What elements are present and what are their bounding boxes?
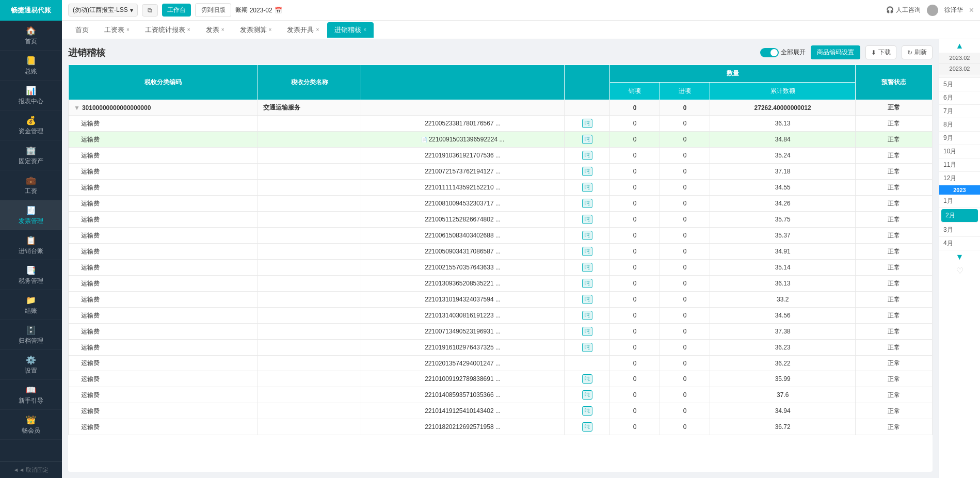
row-purchase: 0 — [660, 324, 710, 340]
tab-salary[interactable]: 工资表 × — [97, 22, 137, 38]
calendar-month-nov[interactable]: 11月 — [939, 158, 980, 172]
tab-invoice-calc[interactable]: 发票测算 × — [233, 22, 279, 38]
workbench-button[interactable]: 工作台 — [162, 4, 191, 17]
row-name — [258, 419, 361, 435]
sidebar-item-salary[interactable]: 💼 工资 — [0, 170, 62, 200]
row-purchase: 0 — [660, 260, 710, 276]
table-row[interactable]: 运输费📄22100915031396592224 ...吨0034.84正常 — [69, 132, 933, 148]
table-row[interactable]: 运输费22100721573762194127 ...吨0037.18正常 — [69, 164, 933, 180]
calendar-month-oct[interactable]: 10月 — [939, 145, 980, 158]
table-row[interactable]: 运输费22101916102976437325 ...吨0036.23正常 — [69, 340, 933, 356]
calendar-month-jul[interactable]: 7月 — [939, 105, 980, 118]
col-header-unit — [564, 65, 609, 100]
calendar-month-aug[interactable]: 8月 — [939, 118, 980, 132]
sidebar-item-invoice[interactable]: 🧾 发票管理 — [0, 200, 62, 230]
row-name: 交通运输服务 — [258, 100, 361, 116]
table-row[interactable]: 运输费22101314030816191223 ...吨0034.56正常 — [69, 308, 933, 324]
table-row[interactable]: 运输费22100615083403402688 ...吨0035.37正常 — [69, 228, 933, 244]
row-purchase: 0 — [660, 180, 710, 196]
refresh-button[interactable]: ↻ 刷新 — [902, 45, 933, 59]
toggle-label: 全部展开 — [781, 48, 806, 57]
calendar-month-sep[interactable]: 9月 — [939, 132, 980, 145]
tab-reconcile[interactable]: 进销稽核 × — [327, 22, 374, 38]
row-status: 正常 — [856, 260, 933, 276]
tab-invoice-issue[interactable]: 发票开具 × — [280, 22, 326, 38]
toggle-switch[interactable] — [760, 48, 779, 57]
prev-version-button[interactable]: 切到旧版 — [195, 3, 231, 17]
row-name — [258, 116, 361, 132]
support-button[interactable]: 🎧 人工咨询 — [886, 6, 920, 14]
period-value: 2023-02 — [250, 7, 272, 14]
table-row[interactable]: 运输费22100215570357643633 ...吨0035.14正常 — [69, 260, 933, 276]
tab-invoice-close[interactable]: × — [221, 27, 224, 33]
table-row[interactable]: 运输费22100713490523196931 ...吨0037.38正常 — [69, 324, 933, 340]
table-row[interactable]: 运输费22101820212692571958 ...吨0036.72正常 — [69, 419, 933, 435]
sidebar: 畅捷通易代账 🏠 首页 📒 总账 📊 报表中心 💰 资金管理 🏢 固定资产 💼 … — [0, 0, 62, 478]
sidebar-item-purchase-ledger[interactable]: 📋 进销台账 — [0, 230, 62, 260]
calendar-year-label-1: 2023.02 — [939, 53, 980, 63]
table-row[interactable]: 运输费22100810094532303717 ...吨0034.26正常 — [69, 196, 933, 212]
tab-home[interactable]: 首页 — [68, 22, 96, 38]
sidebar-item-settings[interactable]: ⚙️ 设置 — [0, 350, 62, 380]
refresh-label: 刷新 — [914, 48, 927, 57]
table-row[interactable]: 运输费22101310194324037594 ...吨0033.2正常 — [69, 292, 933, 308]
company-selector[interactable]: (勿动)江西报宝-LSS ▾ — [68, 4, 138, 17]
row-invoice-id: 22101009192789838691 ... — [361, 371, 565, 387]
sidebar-item-assets[interactable]: 🏢 固定资产 — [0, 140, 62, 170]
table-row[interactable]: 运输费22101408593571035366 ...吨0037.6正常 — [69, 387, 933, 403]
table-row[interactable]: 运输费22100509034317086587 ...吨0034.91正常 — [69, 244, 933, 260]
sidebar-item-member[interactable]: 👑 畅会员 — [0, 410, 62, 440]
sidebar-item-closing[interactable]: 📁 结账 — [0, 290, 62, 320]
tab-invoice-calc-close[interactable]: × — [269, 27, 272, 33]
calendar-month-apr-2023[interactable]: 4月 — [939, 237, 980, 250]
calendar-month-dec[interactable]: 12月 — [939, 172, 980, 185]
sidebar-item-funds[interactable]: 💰 资金管理 — [0, 110, 62, 140]
calendar-down-button[interactable]: ▼ — [939, 250, 980, 264]
calendar-month-may[interactable]: 5月 — [939, 78, 980, 91]
row-purchase: 0 — [660, 212, 710, 228]
copy-button[interactable]: ⧉ — [142, 4, 158, 17]
table-row[interactable]: 运输费22101309365208535221 ...吨0036.13正常 — [69, 276, 933, 292]
calendar-month-jun[interactable]: 6月 — [939, 91, 980, 105]
table-row[interactable]: ▼30100000000000000000交通运输服务0027262.40000… — [69, 100, 933, 116]
table-row[interactable]: 运输费22100511252826674802 ...吨0035.75正常 — [69, 212, 933, 228]
sidebar-item-tax[interactable]: 📑 税务管理 — [0, 260, 62, 290]
page-header: 进销稽核 全部展开 商品编码设置 ⬇ 下载 ↻ 刷新 — [68, 45, 933, 59]
row-status: 正常 — [856, 403, 933, 419]
goods-setting-button[interactable]: 商品编码设置 — [811, 45, 860, 59]
row-purchase: 0 — [660, 276, 710, 292]
calendar-heart-button[interactable]: ♡ — [939, 264, 980, 278]
calendar-month-jan-2023[interactable]: 1月 — [939, 195, 980, 208]
table-row[interactable]: 运输费22101009192789838691 ...吨0035.99正常 — [69, 371, 933, 387]
tab-salary-report[interactable]: 工资统计报表 × — [138, 22, 198, 38]
row-code: 运输费 — [69, 212, 258, 228]
table-row[interactable]: 运输费22100523381780176567 ...吨0036.13正常 — [69, 116, 933, 132]
table-row[interactable]: 运输费22101910361921707536 ...吨0035.24正常 — [69, 148, 933, 164]
row-status: 正常 — [856, 148, 933, 164]
unpin-button[interactable]: ◄◄ 取消固定 — [0, 461, 62, 478]
calendar-icon[interactable]: 📅 — [275, 7, 282, 14]
row-tag: 吨 — [564, 260, 609, 276]
table-row[interactable]: 运输费22101111143592152210 ...吨0034.55正常 — [69, 180, 933, 196]
download-button[interactable]: ⬇ 下载 — [865, 45, 896, 59]
tab-salary-report-close[interactable]: × — [187, 27, 190, 33]
sidebar-item-archive[interactable]: 🗄️ 归档管理 — [0, 320, 62, 350]
calendar-month-feb-2023[interactable]: 2月 — [941, 209, 978, 222]
table-row[interactable]: 运输费22102013574294001247 ...0036.22正常 — [69, 356, 933, 371]
data-table: 税收分类编码 税收分类名称 数量 预警状态 销项 进项 累计数额 — [68, 65, 933, 435]
sidebar-item-ledger[interactable]: 📒 总账 — [0, 51, 62, 81]
sidebar-item-reports[interactable]: 📊 报表中心 — [0, 81, 62, 110]
tab-invoice-issue-close[interactable]: × — [316, 27, 319, 33]
table-row[interactable]: 运输费22101419125410143402 ...吨0034.94正常 — [69, 403, 933, 419]
calendar-up-button[interactable]: ▲ — [939, 39, 980, 53]
tab-reconcile-close[interactable]: × — [363, 27, 366, 33]
window-close-button[interactable]: × — [969, 6, 974, 15]
calendar-month-mar-2023[interactable]: 3月 — [939, 224, 980, 237]
expand-toggle[interactable]: 全部展开 — [760, 48, 806, 57]
content: 进销稽核 全部展开 商品编码设置 ⬇ 下载 ↻ 刷新 — [62, 39, 980, 478]
tab-salary-close[interactable]: × — [126, 27, 130, 33]
sidebar-item-guide[interactable]: 📖 新手引导 — [0, 380, 62, 410]
row-status: 正常 — [856, 100, 933, 116]
sidebar-item-home[interactable]: 🏠 首页 — [0, 21, 62, 51]
tab-invoice[interactable]: 发票 × — [199, 22, 232, 38]
